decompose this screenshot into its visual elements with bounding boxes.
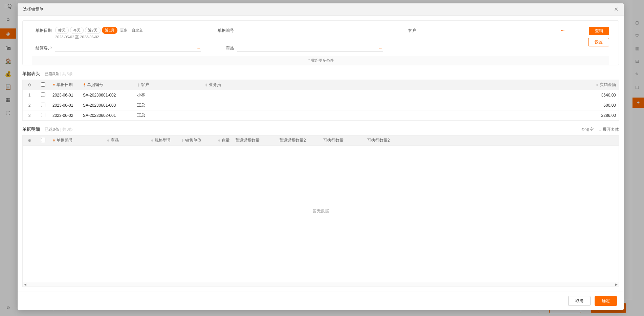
cell-customer: 王总 <box>134 100 202 110</box>
filter-docno: 单据编号 <box>214 27 383 40</box>
select-all-checkbox[interactable] <box>41 82 45 87</box>
empty-placeholder: 暂无数据 <box>313 208 329 214</box>
filter-date-label: 单据日期 <box>32 27 55 34</box>
detail-table-wrap: ⚙ ▲▼单据编号 ▲▼商品 ▲▼规格型号 ▲▼销售单位 ▲▼数量 普通退货数量 … <box>22 135 619 287</box>
settings-button[interactable]: 设置 <box>588 38 609 46</box>
row-index: 3 <box>23 110 36 121</box>
detail-section-title: 单据明细 <box>22 126 40 132</box>
dcol-execqty2[interactable]: 可执行数量2 <box>367 138 390 143</box>
header-table-wrap: ⚙ ▲▼单据日期 ▲▼单据编号 ▲▼客户 ▲▼业务员 ▲▼实销金额 12023-… <box>22 80 619 121</box>
expand-button[interactable]: ⌄展开表体 <box>598 127 619 132</box>
dcol-retqty2[interactable]: 普通退货数量2 <box>279 138 306 143</box>
dcol-unit[interactable]: 销售单位 <box>185 138 201 143</box>
customer-input[interactable] <box>420 27 565 34</box>
header-section-title: 单据表头 <box>22 71 40 77</box>
cell-salesman <box>202 90 232 100</box>
settle-customer-input[interactable] <box>55 44 201 52</box>
detail-select-all-checkbox[interactable] <box>41 138 45 142</box>
cell-salesman <box>202 110 232 121</box>
cell-no: SA-20230602-001 <box>80 110 134 121</box>
scroll-right-icon[interactable]: ▶ <box>614 282 619 287</box>
date-tab-more[interactable]: 更多 <box>119 27 129 34</box>
cell-customer: 王总 <box>134 110 202 121</box>
expand-icon: ⌄ <box>598 127 602 132</box>
gear-icon[interactable]: ⚙ <box>23 80 36 90</box>
table-row[interactable]: 32023-06-02SA-20230602-001王总2286.00 <box>23 110 619 121</box>
filter-panel: 单据日期 昨天 今天 近7天 近1月 更多 自定义 2023-05-02 至 <box>22 20 619 65</box>
date-range: 2023-05-02 至 2023-06-02 <box>55 35 201 40</box>
filter-date: 单据日期 昨天 今天 近7天 近1月 更多 自定义 2023-05-02 至 <box>32 27 201 40</box>
col-salesman[interactable]: 业务员 <box>209 82 221 87</box>
cancel-button[interactable]: 取消 <box>568 296 591 306</box>
filter-settle-customer: 结算客户 ··· <box>32 44 201 52</box>
filter-customer-label: 客户 <box>397 27 420 34</box>
close-icon[interactable]: ✕ <box>614 6 618 13</box>
row-checkbox[interactable] <box>41 103 45 107</box>
dcol-execqty[interactable]: 可执行数量 <box>323 138 343 143</box>
filter-customer: 客户 ··· <box>397 27 565 40</box>
row-index: 2 <box>23 100 36 110</box>
detail-table: ⚙ ▲▼单据编号 ▲▼商品 ▲▼规格型号 ▲▼销售单位 ▲▼数量 普通退货数量 … <box>23 135 619 146</box>
cell-amount: 600.00 <box>588 100 619 110</box>
header-table: ⚙ ▲▼单据日期 ▲▼单据编号 ▲▼客户 ▲▼业务员 ▲▼实销金额 12023-… <box>23 80 619 121</box>
filter-settle-label: 结算客户 <box>32 44 55 51</box>
query-button[interactable]: 查询 <box>589 27 609 35</box>
date-tab-custom[interactable]: 自定义 <box>130 27 144 34</box>
col-no[interactable]: 单据编号 <box>87 82 103 87</box>
dcol-retqty[interactable]: 普通退货数量 <box>235 138 260 143</box>
cell-date: 2023-06-01 <box>50 100 80 110</box>
cell-salesman <box>202 100 232 110</box>
dcol-qty[interactable]: 数量 <box>222 138 230 143</box>
row-checkbox[interactable] <box>41 92 45 97</box>
date-tab-yesterday[interactable]: 昨天 <box>55 27 69 34</box>
filter-product: 商品 ··· <box>214 44 383 52</box>
detail-section-head: 单据明细 已选0条 | 共0条 ⟲清空 ⌄展开表体 <box>22 126 619 132</box>
modal-header: 选择销货单 ✕ <box>18 3 624 16</box>
horizontal-scrollbar[interactable]: ◀ ▶ <box>23 282 619 287</box>
product-picker-icon[interactable]: ··· <box>379 46 382 50</box>
cell-date: 2023-06-01 <box>50 90 80 100</box>
row-checkbox[interactable] <box>41 113 45 117</box>
date-tab-today[interactable]: 今天 <box>70 27 84 34</box>
dcol-no[interactable]: 单据编号 <box>57 138 73 143</box>
dcol-product[interactable]: 商品 <box>111 138 119 143</box>
col-customer[interactable]: 客户 <box>141 82 149 87</box>
cell-customer: 小林 <box>134 90 202 100</box>
docno-input[interactable] <box>237 27 383 34</box>
cell-no: SA-20230601-003 <box>80 100 134 110</box>
cell-amount: 2286.00 <box>588 110 619 121</box>
modal-footer: 取消 确定 <box>18 292 624 310</box>
row-index: 1 <box>23 90 36 100</box>
filter-docno-label: 单据编号 <box>214 27 237 34</box>
col-amount[interactable]: 实销金额 <box>600 82 616 87</box>
ok-button[interactable]: 确定 <box>595 296 617 306</box>
collapse-filters[interactable]: 收起更多条件 <box>32 56 609 65</box>
clear-icon: ⟲ <box>581 127 584 132</box>
table-row[interactable]: 12023-06-01SA-20230601-002小林3640.00 <box>23 90 619 100</box>
dcol-spec[interactable]: 规格型号 <box>155 138 171 143</box>
gear-icon[interactable]: ⚙ <box>23 135 36 146</box>
date-tab-last1m[interactable]: 近1月 <box>102 27 117 34</box>
table-row[interactable]: 22023-06-01SA-20230601-003王总600.00 <box>23 100 619 110</box>
modal-title: 选择销货单 <box>23 6 43 12</box>
scroll-left-icon[interactable]: ◀ <box>23 282 27 287</box>
col-date[interactable]: 单据日期 <box>57 82 73 87</box>
cell-amount: 3640.00 <box>588 90 619 100</box>
clear-button[interactable]: ⟲清空 <box>581 127 594 132</box>
settle-picker-icon[interactable]: ··· <box>197 46 200 50</box>
select-sales-order-modal: 选择销货单 ✕ 单据日期 昨天 今天 近7天 近1月 更多 自定义 <box>18 3 624 310</box>
customer-picker-icon[interactable]: ··· <box>561 28 564 33</box>
modal-body: 单据日期 昨天 今天 近7天 近1月 更多 自定义 2023-05-02 至 <box>18 16 624 292</box>
header-section-head: 单据表头 已选0条 | 共3条 <box>22 71 619 77</box>
filter-product-label: 商品 <box>214 44 237 51</box>
product-input[interactable] <box>237 44 383 52</box>
cell-date: 2023-06-02 <box>50 110 80 121</box>
cell-no: SA-20230601-002 <box>80 90 134 100</box>
date-tab-last7[interactable]: 近7天 <box>85 27 101 34</box>
